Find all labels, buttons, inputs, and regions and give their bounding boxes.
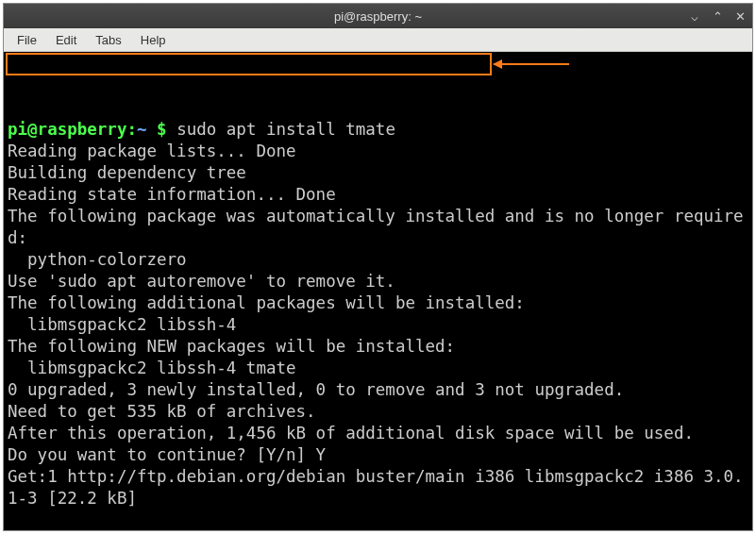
prompt-dollar: $ [147,120,177,139]
terminal-window: pi@raspberry: ~ ⌵ ⌃ ✕ File Edit Tabs Hel… [3,3,753,531]
output-line: python-colorzero [8,250,187,269]
menubar: File Edit Tabs Help [4,28,752,52]
window-controls: ⌵ ⌃ ✕ [688,9,747,24]
output-line: After this operation, 1,456 kB of additi… [8,424,694,442]
output-line: Use 'sudo apt autoremove' to remove it. [8,272,395,291]
menu-edit[interactable]: Edit [48,31,84,49]
output-line: Get:1 http://ftp.debian.org/debian buste… [8,467,744,508]
minimize-button[interactable]: ⌵ [688,9,701,24]
output-line: libmsgpackc2 libssh-4 tmate [8,359,296,377]
maximize-button[interactable]: ⌃ [711,9,724,24]
output-line: Building dependency tree [8,163,246,182]
window-title: pi@raspberry: ~ [4,9,752,24]
prompt-user-host: pi@raspberry [8,120,126,139]
menu-file[interactable]: File [9,31,44,49]
annotation-highlight-box [6,53,492,75]
menu-tabs[interactable]: Tabs [88,31,128,49]
titlebar[interactable]: pi@raspberry: ~ ⌵ ⌃ ✕ [4,4,752,28]
prompt-path: ~ [137,120,147,139]
output-line: Reading package lists... Done [8,142,296,160]
output-line: The following additional packages will b… [8,293,525,312]
menu-help[interactable]: Help [133,31,174,49]
prompt-colon: : [126,120,137,139]
output-line: The following package was automatically … [8,207,744,247]
output-line: Need to get 535 kB of archives. [8,402,316,421]
output-line: Reading state information... Done [8,185,336,204]
close-button[interactable]: ✕ [733,9,747,24]
output-line: Do you want to continue? [Y/n] Y [8,445,326,464]
output-line: The following NEW packages will be insta… [8,337,455,356]
output-line: libmsgpackc2 libssh-4 [8,315,236,334]
output-line: 0 upgraded, 3 newly installed, 0 to remo… [8,380,624,399]
command-text: sudo apt install tmate [176,120,395,139]
terminal-body[interactable]: pi@raspberry:~ $ sudo apt install tmate … [4,52,752,530]
annotation-arrow [494,63,569,65]
